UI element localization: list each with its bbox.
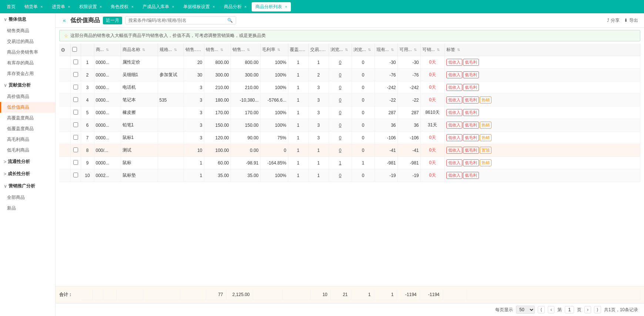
- cell-check[interactable]: [70, 56, 81, 69]
- nav-close-roles[interactable]: ×: [131, 4, 134, 9]
- cell-browse1[interactable]: 0: [329, 81, 352, 94]
- sidebar-group-growth[interactable]: > 成长性分析: [0, 168, 55, 180]
- cell-browse1[interactable]: 0: [329, 106, 352, 119]
- sidebar-item-low-coverage[interactable]: 低覆盖度商品: [0, 123, 55, 134]
- nav-close-template[interactable]: ×: [212, 4, 215, 9]
- nav-close-purchase[interactable]: ×: [68, 4, 70, 9]
- browse1-link[interactable]: 0: [339, 60, 342, 65]
- col-cover-header[interactable]: 覆盖... ⇅: [288, 44, 308, 56]
- sidebar-item-low-value[interactable]: 低价值商品: [0, 102, 55, 113]
- sidebar-item-category-rate[interactable]: 商品分类销售率: [0, 47, 55, 58]
- nav-sales-order[interactable]: 销货单 ×: [21, 2, 47, 11]
- row-checkbox-2[interactable]: [73, 85, 78, 89]
- sidebar-group-contribution[interactable]: ∨ 贡献值分析: [0, 79, 55, 91]
- search-input[interactable]: [128, 18, 226, 23]
- nav-close-stock[interactable]: ×: [172, 4, 174, 9]
- sidebar-item-new-products[interactable]: 新品: [0, 203, 55, 214]
- sidebar-item-sales-products[interactable]: 销售类商品: [0, 26, 55, 36]
- nav-product-stock[interactable]: 产成品入库单 ×: [139, 2, 178, 11]
- cell-browse1[interactable]: 0: [329, 144, 352, 157]
- cell-check[interactable]: [70, 119, 81, 132]
- browse1-link[interactable]: 0: [339, 173, 342, 178]
- sidebar-group-overall[interactable]: ∨ 整体信息: [0, 13, 55, 26]
- col-tag-header[interactable]: 标签 ⇅: [445, 44, 640, 56]
- browse1-link[interactable]: 0: [339, 85, 342, 90]
- nav-permissions[interactable]: 权限设置 ×: [76, 2, 106, 11]
- col-stock1-header[interactable]: 现有... ⇅: [375, 44, 398, 56]
- sidebar-item-low-margin[interactable]: 低毛利商品: [0, 145, 55, 156]
- cell-browse1[interactable]: 0: [329, 169, 352, 182]
- nav-purchase[interactable]: 进货单 ×: [48, 2, 74, 11]
- col-trade-header[interactable]: 交易... ⇅: [308, 44, 329, 56]
- row-checkbox-0[interactable]: [73, 60, 78, 64]
- row-checkbox-9[interactable]: [73, 173, 78, 177]
- browse1-link[interactable]: 0: [339, 72, 342, 78]
- share-button[interactable]: ⤴ 分享: [607, 17, 620, 24]
- sidebar-item-in-stock[interactable]: 有库存的商品: [0, 58, 55, 68]
- sidebar-item-all-products[interactable]: 全部商品: [0, 192, 55, 203]
- col-check[interactable]: [70, 44, 81, 56]
- cell-browse1[interactable]: 0: [329, 94, 352, 106]
- row-checkbox-4[interactable]: [73, 110, 78, 115]
- col-name-header[interactable]: 商品名称 ⇅: [121, 44, 158, 56]
- nav-close-perm[interactable]: ×: [100, 4, 102, 9]
- sidebar-group-circulation[interactable]: > 流通性分析: [0, 156, 55, 168]
- row-checkbox-7[interactable]: [73, 147, 78, 152]
- sidebar-group-marketing[interactable]: ∨ 营销推广分析: [0, 180, 55, 192]
- col-browse1-header[interactable]: 浏览... ⇅: [329, 44, 352, 56]
- cell-browse1[interactable]: 0: [329, 119, 352, 132]
- next-page-btn[interactable]: ›: [584, 306, 591, 313]
- col-gross-header[interactable]: 毛利率 ⇅: [260, 44, 288, 56]
- nav-home[interactable]: 首页: [3, 2, 19, 11]
- collapse-btn[interactable]: «: [61, 17, 67, 23]
- col-spec-header[interactable]: 规格... ⇅: [158, 44, 184, 56]
- nav-close-sales[interactable]: ×: [40, 4, 43, 9]
- cell-browse1[interactable]: 0: [329, 132, 352, 144]
- prev-page-btn[interactable]: ‹: [548, 306, 554, 313]
- first-page-btn[interactable]: ⟨: [538, 306, 545, 313]
- sidebar-item-high-coverage[interactable]: 高覆盖度商品: [0, 113, 55, 123]
- cell-check[interactable]: [70, 69, 81, 81]
- cell-check[interactable]: [70, 157, 81, 169]
- nav-analysis-list[interactable]: 商品分析列表 ×: [252, 2, 291, 11]
- nav-roles[interactable]: 角色授权 ×: [107, 2, 137, 11]
- cell-check[interactable]: [70, 169, 81, 182]
- page-size-select[interactable]: 50 100 200: [516, 306, 535, 314]
- export-button[interactable]: ⬇ 导出: [624, 17, 638, 24]
- nav-close-analysis[interactable]: ×: [244, 4, 246, 9]
- col-browse2-header[interactable]: 浏览... ⇅: [352, 44, 375, 56]
- row-checkbox-6[interactable]: [73, 135, 78, 140]
- cell-browse1[interactable]: 0: [329, 56, 352, 69]
- col-sales-avg-header[interactable]: 销售... ⇅: [231, 44, 260, 56]
- cell-browse1[interactable]: 1: [329, 157, 352, 169]
- browse1-link[interactable]: 0: [339, 110, 342, 115]
- cell-check[interactable]: [70, 81, 81, 94]
- browse1-link[interactable]: 0: [339, 123, 342, 128]
- cell-browse1[interactable]: 0: [329, 69, 352, 81]
- row-checkbox-1[interactable]: [73, 72, 78, 77]
- col-sku-header[interactable]: 商... ⇅: [94, 44, 121, 56]
- cell-check[interactable]: [70, 94, 81, 106]
- browse1-link[interactable]: 1: [339, 160, 342, 166]
- cell-check[interactable]: [70, 106, 81, 119]
- nav-analysis[interactable]: 商品分析 ×: [220, 2, 251, 11]
- col-sales-qty-header[interactable]: 销售... ⇅: [184, 44, 204, 56]
- sidebar-item-high-margin[interactable]: 高毛利商品: [0, 134, 55, 145]
- sidebar-item-high-value[interactable]: 高价值商品: [0, 91, 55, 102]
- col-sales-amt-header[interactable]: 销售... ⇅: [204, 44, 231, 56]
- row-checkbox-8[interactable]: [73, 160, 78, 165]
- col-saleable-header[interactable]: 可销... ⇅: [420, 44, 445, 56]
- cell-check[interactable]: [70, 144, 81, 157]
- col-stock2-header[interactable]: 可用... ⇅: [398, 44, 420, 56]
- sidebar-item-capital[interactable]: 库存资金占用: [0, 68, 55, 79]
- search-icon[interactable]: 🔍: [227, 18, 233, 23]
- time-badge[interactable]: 近一月: [103, 17, 122, 24]
- nav-template[interactable]: 单据模板设置 ×: [180, 2, 219, 11]
- cell-check[interactable]: [70, 132, 81, 144]
- browse1-link[interactable]: 0: [339, 135, 342, 140]
- col-settings[interactable]: ⚙: [59, 44, 70, 56]
- sidebar-item-traded[interactable]: 交易过的商品: [0, 36, 55, 47]
- last-page-btn[interactable]: ⟩: [594, 306, 601, 313]
- row-checkbox-5[interactable]: [73, 122, 78, 127]
- select-all-checkbox[interactable]: [72, 47, 77, 52]
